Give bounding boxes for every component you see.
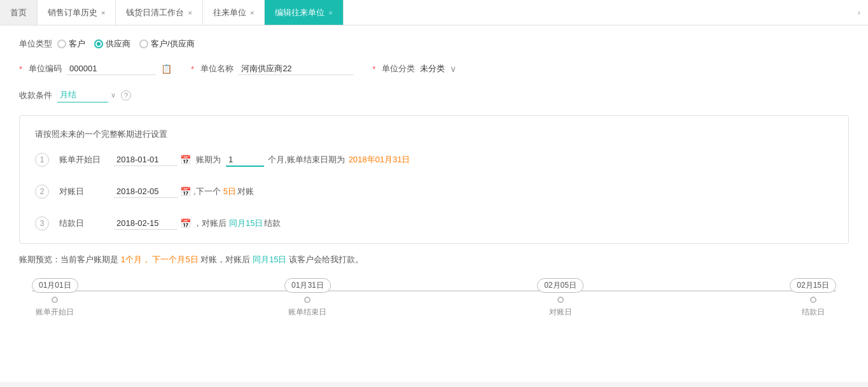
step3-prefix: ，对账后	[193, 218, 227, 229]
step-number-2: 2	[35, 185, 49, 199]
main-content: 单位类型 客户 供应商 客户/供应商 * 单位编码	[0, 25, 868, 382]
unit-type-group: 单位类型 客户 供应商 客户/供应商	[19, 38, 195, 50]
step2-prefix: ,下一个	[193, 186, 221, 197]
step1-suffix-before: 账期为	[196, 154, 221, 165]
unit-class-value: 未分类	[420, 63, 445, 74]
payment-arrow-icon[interactable]: ∨	[111, 91, 116, 99]
unit-code-star: *	[19, 64, 22, 74]
preview-reconcile-date: 下一个月5日	[152, 255, 198, 264]
radio-customer-circle	[57, 39, 66, 48]
step-row-3: 3 结款日 📅 ，对账后 同月15日 结款	[35, 216, 833, 230]
unit-class-star: *	[372, 64, 375, 74]
tab-bar: 首页 销售订单历史 × 钱货日清工作台 × 往来单位 × 编辑往来单位 × ›	[0, 0, 868, 25]
tab-partner-close[interactable]: ×	[250, 9, 254, 17]
tab-sales-close[interactable]: ×	[101, 9, 105, 17]
timeline-point-2: 01月31日 账单结束日	[284, 278, 331, 318]
unit-code-label: 单位编码	[29, 63, 62, 74]
radio-group: 客户 供应商 客户/供应商	[57, 38, 195, 50]
unit-name-label: 单位名称	[200, 63, 234, 74]
radio-supplier[interactable]: 供应商	[94, 38, 130, 50]
timeline-label-4: 结款日	[802, 307, 825, 318]
step1-cal-icon[interactable]: 📅	[180, 155, 191, 165]
timeline-badge-1: 01月01日	[32, 278, 78, 293]
timeline-badge-4: 02月15日	[790, 278, 836, 293]
timeline-dot-1	[52, 297, 58, 303]
payment-row: 收款条件 月结 ∨ ?	[19, 88, 849, 102]
unit-class-dropdown[interactable]: 未分类 ∨	[420, 63, 456, 74]
step2-cal-icon[interactable]: 📅	[180, 186, 191, 197]
step2-date-group: 📅	[114, 185, 191, 198]
tab-edit-partner[interactable]: 编辑往来单位 ×	[265, 0, 343, 25]
step2-suffix: 对账	[237, 186, 254, 197]
unit-name-group: * 单位名称	[191, 62, 353, 75]
copy-icon[interactable]: 📋	[161, 64, 172, 74]
unit-class-group: * 单位分类 未分类 ∨	[372, 63, 456, 74]
unit-name-star: *	[191, 64, 194, 74]
step-number-1: 1	[35, 153, 49, 167]
step2-highlight: 5日	[223, 186, 236, 197]
payment-group: 收款条件 月结 ∨ ?	[19, 88, 131, 102]
step-number-3: 3	[35, 216, 49, 230]
timeline-point-3: 02月05日 对账日	[537, 278, 584, 318]
unit-name-input[interactable]	[239, 62, 353, 75]
radio-customer-label: 客户	[69, 38, 85, 50]
timeline-label-3: 对账日	[549, 307, 572, 318]
chevron-right-icon: ›	[858, 8, 860, 17]
tab-partner[interactable]: 往来单位 ×	[203, 0, 265, 25]
timeline-point-1: 01月01日 账单开始日	[32, 278, 78, 318]
unit-type-row: 单位类型 客户 供应商 客户/供应商	[19, 38, 849, 50]
radio-supplier-label: 供应商	[106, 38, 130, 50]
tab-cash-daily[interactable]: 钱货日清工作台 ×	[116, 0, 202, 25]
step1-suffix-after: 个月,账单结束日期为	[268, 154, 345, 165]
preview-payment-date: 同月15日	[253, 255, 286, 264]
radio-supplier-circle	[94, 39, 103, 48]
step-label-3: 结款日	[59, 218, 104, 229]
unit-class-label: 单位分类	[382, 63, 415, 74]
step3-highlight: 同月15日	[229, 218, 263, 229]
timeline-label-2: 账单结束日	[288, 307, 326, 318]
preview-label: 账期预览：当前客户账期是	[19, 255, 118, 264]
radio-both-circle	[139, 39, 148, 48]
preview-end-text: 该客户会给我打款。	[289, 255, 363, 264]
unit-class-arrow-icon[interactable]: ∨	[450, 64, 456, 74]
timeline-points: 01月01日 账单开始日 01月31日 账单结束日 02月05日 对账日 02月…	[32, 278, 836, 318]
radio-customer[interactable]: 客户	[57, 38, 85, 50]
step1-date-group: 📅	[114, 153, 191, 166]
radio-both[interactable]: 客户/供应商	[139, 38, 195, 50]
timeline-label-1: 账单开始日	[36, 307, 74, 318]
tab-cash-close[interactable]: ×	[188, 9, 192, 17]
timeline-dot-3	[557, 297, 564, 303]
timeline-dot-2	[304, 297, 311, 303]
panel-box: 请按照未来的一个完整帐期进行设置 1 账单开始日 📅 账期为 个月,账单结束日期…	[19, 115, 849, 244]
step3-suffix: 结款	[264, 218, 281, 229]
preview-reconcile-text: 对账，对账后	[200, 255, 250, 264]
tab-edit-partner-label: 编辑往来单位	[275, 7, 325, 18]
step2-date-input[interactable]	[114, 185, 178, 198]
step1-date-input[interactable]	[114, 153, 178, 166]
tab-sales-history[interactable]: 销售订单历史 ×	[38, 0, 116, 25]
step3-cal-icon[interactable]: 📅	[180, 218, 191, 229]
payment-label: 收款条件	[19, 90, 52, 101]
preview-section: 账期预览：当前客户账期是 1个月， 下一个月5日 对账，对账后 同月15日 该客…	[19, 254, 849, 265]
step-label-2: 对账日	[59, 186, 104, 197]
panel-title: 请按照未来的一个完整帐期进行设置	[35, 129, 833, 140]
payment-dropdown[interactable]: 月结 ∨	[57, 88, 116, 102]
step3-date-group: 📅	[114, 217, 191, 230]
step3-date-input[interactable]	[114, 217, 178, 230]
preview-period: 1个月，	[121, 255, 150, 264]
unit-code-input[interactable]	[67, 62, 156, 75]
period-input[interactable]	[226, 153, 264, 167]
unit-info-row: * 单位编码 📋 * 单位名称 * 单位分类 未分类 ∨	[19, 62, 849, 75]
timeline-dot-4	[810, 297, 816, 303]
help-icon[interactable]: ?	[121, 90, 131, 101]
unit-type-label: 单位类型	[19, 38, 52, 50]
tab-home-label: 首页	[10, 7, 27, 18]
tab-partner-label: 往来单位	[213, 7, 246, 18]
timeline: 01月01日 账单开始日 01月31日 账单结束日 02月05日 对账日 02月…	[19, 278, 849, 318]
tab-home[interactable]: 首页	[0, 0, 38, 25]
tab-edit-partner-close[interactable]: ×	[328, 9, 332, 17]
step-label-1: 账单开始日	[59, 154, 104, 165]
tab-more-button[interactable]: ›	[850, 0, 868, 25]
step-row-2: 2 对账日 📅 ,下一个 5日 对账	[35, 185, 833, 199]
timeline-point-4: 02月15日 结款日	[790, 278, 836, 318]
